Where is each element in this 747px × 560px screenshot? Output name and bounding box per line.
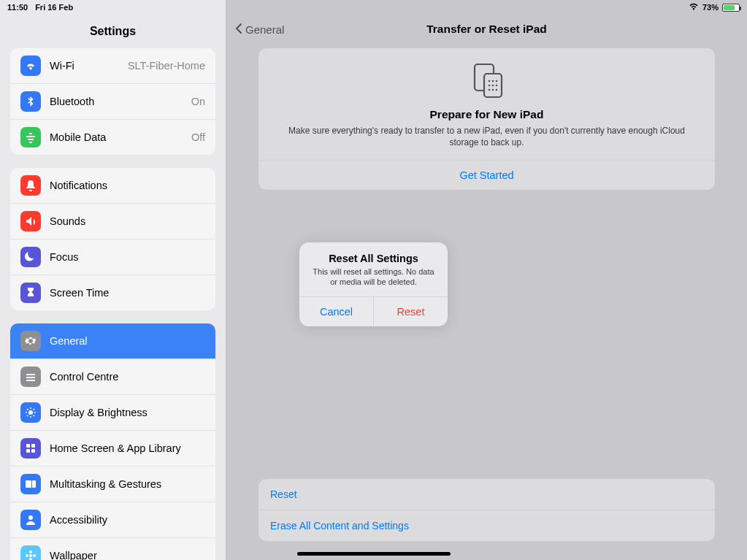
sidebar-group-general: GeneralControl CentreDisplay & Brightnes… — [10, 323, 215, 560]
status-date: Fri 16 Feb — [35, 3, 73, 12]
sidebar-item-general[interactable]: General — [10, 323, 215, 358]
status-bar: 11:50 Fri 16 Feb 73% — [0, 0, 747, 15]
svg-point-7 — [28, 515, 33, 520]
svg-point-27 — [495, 89, 497, 91]
sidebar-item-label: Display & Brightness — [50, 407, 148, 418]
sidebar-item-multitasking-gestures[interactable]: Multitasking & Gestures — [10, 466, 215, 502]
battery-percent: 73% — [702, 3, 719, 12]
svg-point-22 — [488, 85, 490, 87]
sidebar-item-bluetooth[interactable]: BluetoothOn — [10, 83, 215, 119]
sidebar-item-label: Home Screen & App Library — [50, 442, 181, 454]
sidebar-item-label: Wallpaper — [50, 550, 97, 560]
svg-point-20 — [491, 80, 494, 83]
sidebar-item-label: Notifications — [50, 180, 107, 191]
antenna-icon — [20, 127, 41, 147]
multitask-icon — [20, 474, 41, 494]
sidebar-item-label: General — [50, 335, 88, 347]
sidebar-item-label: Multitasking & Gestures — [50, 478, 161, 490]
svg-point-11 — [26, 554, 28, 557]
main-header: General Transfer or Reset iPad — [226, 15, 747, 44]
sidebar-item-wallpaper[interactable]: Wallpaper — [10, 537, 215, 560]
sidebar-item-label: Focus — [50, 251, 79, 263]
sidebar-item-wi-fi[interactable]: Wi-FiSLT-Fiber-Home — [10, 48, 215, 83]
alert-message: This will reset all settings. No data or… — [310, 266, 437, 288]
svg-rect-5 — [26, 480, 31, 488]
speaker-icon — [20, 211, 41, 231]
page-title: Transfer or Reset iPad — [226, 23, 747, 36]
svg-rect-2 — [31, 444, 35, 448]
svg-point-19 — [488, 80, 490, 83]
prepare-panel: Prepare for New iPad Make sure everythin… — [258, 48, 715, 190]
gear-icon — [20, 331, 41, 351]
sliders-icon — [20, 367, 41, 387]
sidebar-group-connectivity: Wi-FiSLT-Fiber-HomeBluetoothOnMobile Dat… — [10, 48, 215, 155]
home-indicator[interactable] — [297, 552, 451, 556]
prepare-title: Prepare for New iPad — [288, 108, 686, 121]
sidebar-item-focus[interactable]: Focus — [10, 239, 215, 275]
sidebar-item-mobile-data[interactable]: Mobile DataOff — [10, 119, 215, 155]
bluetooth-icon — [20, 91, 41, 112]
prepare-description: Make sure everything's ready to transfer… — [288, 125, 686, 148]
sidebar-group-notifications: NotificationsSoundsFocusScreen Time — [10, 168, 215, 310]
svg-point-0 — [28, 410, 33, 415]
hourglass-icon — [20, 283, 41, 303]
sidebar-item-value: Off — [191, 131, 205, 143]
reset-actions-group: Reset Erase All Content and Settings — [258, 479, 715, 541]
alert-title: Reset All Settings — [310, 253, 437, 264]
bell-icon — [20, 175, 41, 196]
wifi-icon — [689, 3, 699, 12]
devices-icon — [288, 58, 686, 102]
svg-rect-6 — [32, 480, 36, 488]
reset-button[interactable]: Reset — [258, 479, 715, 510]
flower-icon — [20, 545, 41, 560]
reset-alert: Reset All Settings This will reset all s… — [299, 242, 448, 326]
sun-icon — [20, 402, 41, 423]
back-label: General — [245, 23, 284, 36]
svg-rect-1 — [26, 444, 30, 448]
sidebar-item-label: Sounds — [50, 215, 85, 227]
sidebar-item-value: SLT-Fiber-Home — [128, 60, 205, 72]
settings-sidebar: Settings Wi-FiSLT-Fiber-HomeBluetoothOnM… — [0, 0, 226, 560]
alert-confirm-button[interactable]: Reset — [374, 297, 448, 326]
sidebar-item-notifications[interactable]: Notifications — [10, 168, 215, 203]
sidebar-item-display-brightness[interactable]: Display & Brightness — [10, 394, 215, 430]
battery-icon — [722, 4, 740, 12]
sidebar-item-label: Screen Time — [50, 287, 109, 299]
status-time: 11:50 — [7, 3, 28, 12]
svg-point-21 — [495, 80, 497, 83]
settings-title: Settings — [0, 15, 226, 42]
person-icon — [20, 510, 41, 530]
chevron-left-icon — [235, 23, 242, 37]
back-button[interactable]: General — [226, 23, 284, 37]
svg-point-9 — [29, 551, 32, 553]
sidebar-item-label: Wi-Fi — [50, 60, 74, 72]
get-started-button[interactable]: Get Started — [258, 160, 715, 190]
sidebar-item-label: Mobile Data — [50, 131, 106, 143]
svg-point-26 — [491, 89, 494, 91]
svg-rect-4 — [31, 449, 35, 453]
sidebar-item-label: Accessibility — [50, 514, 107, 526]
sidebar-item-control-centre[interactable]: Control Centre — [10, 358, 215, 394]
wifi-icon — [20, 55, 41, 76]
alert-cancel-button[interactable]: Cancel — [299, 297, 374, 326]
moon-icon — [20, 247, 41, 267]
grid-icon — [20, 438, 41, 459]
svg-point-8 — [29, 554, 32, 557]
sidebar-item-accessibility[interactable]: Accessibility — [10, 502, 215, 537]
sidebar-item-value: On — [191, 96, 205, 107]
svg-point-23 — [491, 85, 494, 87]
svg-rect-3 — [26, 449, 30, 453]
sidebar-item-sounds[interactable]: Sounds — [10, 203, 215, 239]
svg-point-12 — [33, 554, 36, 557]
sidebar-item-label: Bluetooth — [50, 96, 94, 107]
erase-all-button[interactable]: Erase All Content and Settings — [258, 510, 715, 541]
sidebar-item-home-screen-app-library[interactable]: Home Screen & App Library — [10, 430, 215, 466]
sidebar-item-label: Control Centre — [50, 371, 118, 383]
svg-point-25 — [488, 89, 490, 91]
sidebar-item-screen-time[interactable]: Screen Time — [10, 275, 215, 310]
svg-point-24 — [495, 85, 497, 87]
